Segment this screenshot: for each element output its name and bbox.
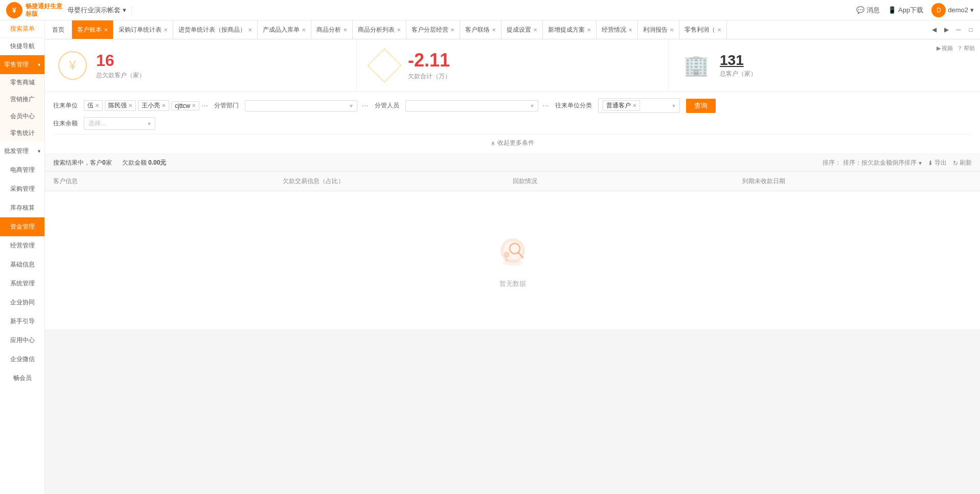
tab-close-analysis-list[interactable]: ✕: [397, 27, 401, 33]
unit-label: 往来单位: [53, 101, 78, 110]
stat-info-debt: -2.11 欠款合计（万）: [408, 50, 451, 81]
tab-close-operations[interactable]: ✕: [628, 27, 632, 33]
dept-select[interactable]: ▾: [245, 100, 357, 111]
tab-goods-stats[interactable]: 进货单统计表（按商品） ✕: [173, 20, 258, 39]
tab-new-commission[interactable]: 新增提成方案 ✕: [543, 20, 597, 39]
collapse-button[interactable]: ∧ 收起更多条件: [491, 139, 534, 147]
remove-tag-wu[interactable]: ✕: [95, 103, 99, 108]
tab-controls: ◀ ▶ ─ □: [925, 25, 980, 35]
sidebar-item-enterprise[interactable]: 企业协同: [0, 293, 44, 312]
sidebar-item-inventory[interactable]: 库存核算: [0, 198, 44, 217]
results-info: 搜索结果中，客户0家 欠款金额 0.00元: [53, 159, 170, 167]
tab-product-inbound[interactable]: 产成品入库单 ✕: [258, 20, 311, 39]
message-button[interactable]: 💬 消息: [856, 6, 880, 15]
tab-close-retail-profit[interactable]: ✕: [717, 27, 721, 33]
refresh-icon: ↻: [953, 160, 958, 167]
tab-close-new-commission[interactable]: ✕: [587, 27, 591, 33]
export-icon: ⬇: [928, 160, 933, 167]
sidebar-item-ecommerce[interactable]: 电商管理: [0, 161, 44, 179]
logo-area: ¥ 畅捷通好生意 标版: [6, 2, 62, 18]
diamond-icon: [369, 50, 400, 81]
sidebar-item-chang-member[interactable]: 畅会员: [0, 369, 44, 388]
more-tags-button[interactable]: ···: [201, 102, 208, 110]
tab-purchase-order-stats[interactable]: 采购订单统计表 ✕: [113, 20, 173, 39]
header-col-1: 客户信息: [53, 177, 283, 186]
sidebar-item-purchase[interactable]: 采购管理: [0, 179, 44, 198]
sidebar-item-wholesale[interactable]: 批发管理 ▾: [0, 142, 44, 161]
tab-customer-ledger[interactable]: 客户账本 ✕: [72, 20, 113, 39]
chevron-icon: ▾: [38, 62, 40, 68]
avatar: D: [931, 3, 946, 17]
tab-product-analysis-list[interactable]: 商品分析列表 ✕: [353, 20, 406, 39]
sort-button[interactable]: 排序： 排序：按欠款金额倒序排序 ▾: [823, 159, 922, 167]
category-tag-normal: 普通客户 ✕: [603, 100, 640, 111]
tab-scroll-right[interactable]: ▶: [941, 25, 951, 35]
sidebar-item-finance[interactable]: 资金管理: [0, 217, 44, 236]
stats-row: ¥ 16 总欠款客户（家） -2.11 欠款合计（万）: [45, 39, 980, 91]
tab-product-analysis[interactable]: 商品分析 ✕: [311, 20, 353, 39]
remove-tag-wang[interactable]: ✕: [162, 103, 166, 108]
help-button[interactable]: ？ 帮助: [957, 44, 975, 52]
tab-profit-report[interactable]: 利润报告 ✕: [638, 20, 679, 39]
system-selector[interactable]: 母婴行业演示帐套 ▾: [62, 6, 132, 15]
balance-select[interactable]: 选择... ▾: [84, 117, 155, 130]
sidebar-item-retail-management[interactable]: 零售管理 ▾: [0, 55, 44, 74]
stat-label-total: 总客户（家）: [720, 70, 757, 78]
filter-divider: [53, 134, 972, 134]
person-more[interactable]: ···: [542, 102, 549, 110]
tab-customer-tier[interactable]: 客户分层经营 ✕: [406, 20, 460, 39]
balance-arrow-icon: ▾: [148, 120, 151, 127]
sidebar-item-system[interactable]: 系统管理: [0, 274, 44, 293]
sidebar-item-enterprise-wechat[interactable]: 企业微信: [0, 350, 44, 369]
tab-operations[interactable]: 经营情况 ✕: [597, 20, 638, 39]
dept-arrow-icon: ▾: [350, 102, 353, 109]
quick-nav-button[interactable]: 快捷导航: [0, 38, 44, 55]
category-select[interactable]: 普通客户 ✕ ▾: [598, 98, 680, 113]
tab-customer-contact[interactable]: 客户联络 ✕: [460, 20, 502, 39]
sidebar-item-marketing[interactable]: 营销推广: [0, 91, 44, 108]
person-select[interactable]: ▾: [405, 100, 538, 111]
tab-close-commission[interactable]: ✕: [533, 27, 537, 33]
user-menu-button[interactable]: D demo2 ▾: [931, 3, 974, 17]
tab-home[interactable]: 首页: [45, 20, 72, 39]
tab-close-product-inbound[interactable]: ✕: [302, 27, 306, 33]
tab-close-product-analysis[interactable]: ✕: [343, 27, 347, 33]
tab-retail-profit[interactable]: 零售利润（ ✕: [679, 20, 727, 39]
tab-close-customer-contact[interactable]: ✕: [492, 27, 496, 33]
stat-card-debt: -2.11 欠款合计（万）: [357, 39, 669, 91]
refresh-button[interactable]: ↻ 刷新: [953, 159, 972, 167]
stat-value-customers: 16: [96, 51, 145, 70]
tab-close-goods-stats[interactable]: ✕: [248, 27, 252, 33]
tab-close-profit-report[interactable]: ✕: [670, 27, 674, 33]
tab-commission-settings[interactable]: 提成设置 ✕: [502, 20, 543, 39]
tab-minimize[interactable]: ─: [953, 25, 964, 35]
remove-tag-chen[interactable]: ✕: [128, 103, 132, 108]
sidebar-item-basic-info[interactable]: 基础信息: [0, 255, 44, 274]
person-label: 分管人员: [375, 101, 399, 110]
header-col-4: 到期未收款日期: [742, 177, 972, 186]
search-result-label: 搜索结果中，客户0家 欠款金额 0.00元: [53, 159, 166, 166]
tab-scroll-left[interactable]: ◀: [929, 25, 939, 35]
tab-maximize[interactable]: □: [966, 25, 976, 35]
chevron-up-icon: ∧: [491, 140, 495, 147]
tab-bar: 首页 客户账本 ✕ 采购订单统计表 ✕ 进货单统计表（按商品） ✕ 产成品入库单…: [45, 20, 980, 39]
sidebar-item-member-center[interactable]: 会员中心: [0, 108, 44, 125]
tab-close-purchase-order[interactable]: ✕: [164, 27, 168, 33]
remove-tag-cjttcw[interactable]: ✕: [192, 103, 196, 108]
video-help-button[interactable]: ▶ 视频: [937, 44, 953, 52]
query-button[interactable]: 查询: [686, 99, 716, 113]
sidebar-item-app-center[interactable]: 应用中心: [0, 331, 44, 350]
tab-close-customer-tier[interactable]: ✕: [450, 27, 454, 33]
sidebar-item-retail-stats[interactable]: 零售统计: [0, 125, 44, 142]
app-icon: 📱: [888, 6, 896, 14]
dept-more[interactable]: ···: [361, 102, 368, 110]
search-menu-button[interactable]: 搜索菜单: [0, 20, 44, 38]
sidebar-item-retail-mall[interactable]: 零售商城: [0, 74, 44, 91]
sidebar-item-newbie[interactable]: 新手引导: [0, 312, 44, 331]
remove-category-tag[interactable]: ✕: [632, 103, 636, 108]
sidebar-item-operations[interactable]: 经营管理: [0, 236, 44, 255]
app-download-button[interactable]: 📱 App下载: [888, 6, 923, 15]
export-button[interactable]: ⬇ 导出: [928, 159, 947, 167]
tab-close-customer-ledger[interactable]: ✕: [104, 27, 108, 33]
table-header: 客户信息 欠款交易信息（占比） 回款情况 到期未收款日期: [45, 172, 980, 191]
